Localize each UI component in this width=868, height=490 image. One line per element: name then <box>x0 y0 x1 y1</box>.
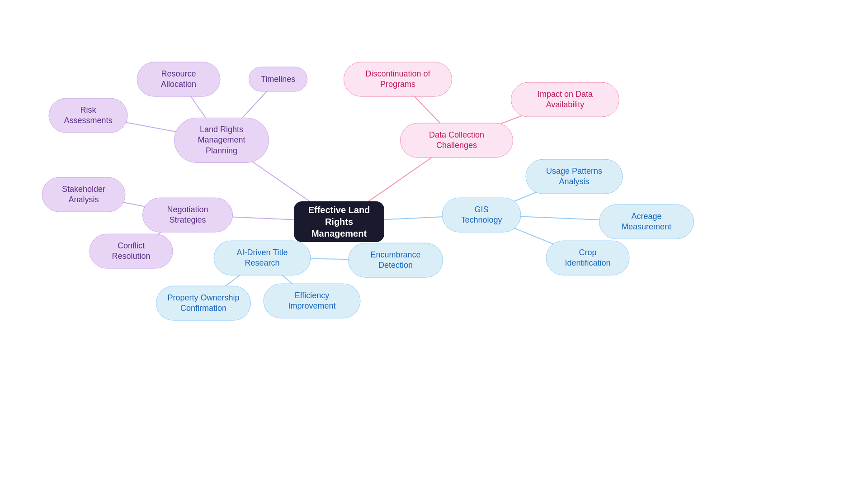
resource-allocation-node: Resource Allocation <box>137 62 221 97</box>
ai-driven-title-research-node: AI-Driven Title Research <box>214 241 311 276</box>
gis-technology-node: GIS Technology <box>442 198 521 233</box>
land-rights-planning-node: Land Rights Management Planning <box>174 118 269 163</box>
negotiation-strategies-node: Negotiation Strategies <box>142 198 233 233</box>
encumbrance-detection-node: Encumbrance Detection <box>348 243 443 278</box>
crop-identification-node: Crop Identification <box>546 241 630 276</box>
timelines-node: Timelines <box>249 67 307 92</box>
efficiency-improvement-node: Efficiency Improvement <box>264 284 361 319</box>
mindmap-container: Effective Land Rights ManagementLand Rig… <box>0 0 868 490</box>
acreage-measurement-node: Acreage Measurement <box>599 205 694 239</box>
discontinuation-programs-node: Discontinuation of Programs <box>344 62 452 97</box>
risk-assessments-node: Risk Assessments <box>49 98 128 133</box>
property-ownership-confirmation-node: Property Ownership Confirmation <box>156 286 251 321</box>
data-collection-challenges-node: Data Collection Challenges <box>400 123 513 158</box>
conflict-resolution-node: Conflict Resolution <box>90 234 173 269</box>
stakeholder-analysis-node: Stakeholder Analysis <box>42 177 126 212</box>
impact-data-availability-node: Impact on Data Availability <box>511 82 619 117</box>
center-node: Effective Land Rights Management <box>294 201 384 242</box>
usage-patterns-analysis-node: Usage Patterns Analysis <box>526 159 623 194</box>
